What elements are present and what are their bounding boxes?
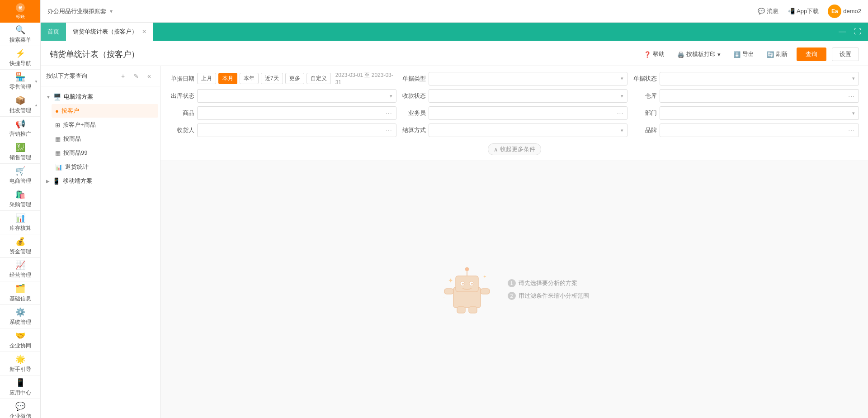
scheme-group-desktop: ▼ 🖥️ 电脑端方案 ● 按客户 ⊞ 按客户+商品 [41, 90, 160, 174]
robot-illustration: ✦ ✦ · [440, 262, 494, 317]
collapse-btn[interactable]: ∧ 收起更多条件 [488, 143, 541, 155]
tab-expand-btn[interactable]: ⛶ [852, 28, 863, 36]
consignee-input[interactable]: ··· [197, 124, 396, 137]
export-btn[interactable]: ⬇️ 导出 [730, 48, 758, 60]
salesperson-input[interactable]: ··· [429, 106, 628, 120]
brand-input[interactable]: ··· [660, 124, 859, 137]
logo-subtitle: 标账 [16, 14, 25, 20]
tab-close-btn[interactable]: ✕ [142, 28, 146, 35]
finance-icon: 💰 [15, 237, 25, 247]
user-profile-btn[interactable]: Ea demo2 [828, 5, 861, 18]
sidebar-item-sales[interactable]: 💹 销售管理 [0, 140, 40, 164]
ecommerce-icon: 🛒 [15, 166, 25, 176]
date-filter-field: 单据日期 上月 本月 本年 近7天 更多 自定义 2023-03-01 至 20… [170, 71, 396, 86]
sidebar-item-newbie[interactable]: 🌟 新手引导 [0, 352, 40, 375]
date-btn-7days[interactable]: 近7天 [261, 73, 283, 84]
tab-minimize-btn[interactable]: — [836, 28, 848, 36]
help-btn[interactable]: ❓ 帮助 [640, 48, 668, 60]
order-status-input[interactable]: ▾ [660, 72, 859, 86]
topbar-company-title: 办公用品行业模拟账套 [47, 7, 106, 15]
sidebar-search-label: 搜索菜单 [9, 36, 31, 44]
download-icon: 📲 [788, 8, 795, 14]
topbar-dropdown-arrow[interactable]: ▾ [110, 8, 113, 14]
scheme-item-customer-product[interactable]: ⊞ 按客户+商品 [52, 118, 158, 132]
sidebar-item-enterprise[interactable]: 🤝 企业协同 [0, 328, 40, 352]
receipt-status-arrow: ▾ [621, 93, 623, 99]
enterprise-icon: 🤝 [15, 331, 25, 341]
print-label: 按模板打印 [686, 50, 716, 58]
sidebar-item-wholesale[interactable]: 📦 批发管理 [0, 93, 40, 117]
consignee-field: 收货人 ··· [170, 124, 396, 137]
sidebar-item-system[interactable]: ⚙️ 系统管理 [0, 305, 40, 328]
sidebar-item-retail[interactable]: 🏪 零售管理 [0, 70, 40, 93]
department-input[interactable]: ▾ [660, 106, 859, 120]
main-area: 办公用品行业模拟账套 ▾ 💬 消息 📲 App下载 Ea demo2 首页 销货… [41, 0, 868, 418]
sidebar-item-search[interactable]: 🔍 搜索菜单 [0, 23, 40, 46]
sidebar-item-ecommerce[interactable]: 🛒 电商管理 [0, 164, 40, 187]
edit-icon: ✎ [133, 72, 139, 80]
sidebar-item-wechat[interactable]: 💬 企业微信 [0, 399, 40, 418]
order-status-label: 单据状态 [632, 75, 657, 83]
order-type-input[interactable]: ▾ [429, 72, 628, 86]
svg-rect-10 [444, 289, 453, 294]
sales-icon: 💹 [15, 142, 25, 152]
collapse-up-icon: ∧ [494, 146, 498, 153]
out-status-field: 出库状态 ▾ [170, 89, 396, 103]
scheme-item-by-product[interactable]: ▦ 按商品 [52, 132, 158, 146]
inventory-icon: 📊 [15, 213, 25, 223]
sidebar-item-appcenter[interactable]: 📱 应用中心 [0, 375, 40, 399]
scheme-group-mobile-header[interactable]: ▶ 📱 移动端方案 [41, 174, 160, 188]
empty-state: ✦ ✦ · 1 请先选择要分析的方案 2 用过滤条件来缩小分析范围 [160, 161, 868, 418]
settings-btn[interactable]: 设置 [832, 48, 859, 61]
print-icon: 🖨️ [677, 51, 684, 58]
export-label: 导出 [742, 50, 754, 58]
newbie-icon: 🌟 [15, 354, 25, 364]
out-status-input[interactable]: ▾ [197, 89, 396, 103]
date-btn-this-year[interactable]: 本年 [240, 73, 259, 84]
sidebar-item-inventory[interactable]: 📊 库存核算 [0, 211, 40, 234]
topbar-right: 💬 消息 📲 App下载 Ea demo2 [758, 5, 861, 18]
sidebar-item-basic[interactable]: 🗂️ 基础信息 [0, 281, 40, 305]
receipt-status-field: 收款状态 ▾ [401, 89, 628, 103]
sidebar-item-operations[interactable]: 📈 经营管理 [0, 258, 40, 281]
query-btn[interactable]: 查询 [797, 48, 826, 61]
sidebar-newbie-label: 新手引导 [9, 366, 31, 373]
sidebar-wechat-label: 企业微信 [9, 413, 31, 418]
tab-stats[interactable]: 销货单统计表（按客户） ✕ [66, 23, 153, 41]
tab-home[interactable]: 首页 [41, 23, 66, 41]
date-btn-more[interactable]: 更多 [285, 73, 304, 84]
message-btn[interactable]: 💬 消息 [758, 7, 778, 15]
sidebar-item-finance[interactable]: 💰 资金管理 [0, 234, 40, 258]
refresh-btn[interactable]: 🔄 刷新 [763, 48, 791, 60]
brand-label: 品牌 [632, 126, 657, 134]
app-download-btn[interactable]: 📲 App下载 [788, 7, 819, 15]
scheme-group-desktop-header[interactable]: ▼ 🖥️ 电脑端方案 [41, 90, 160, 104]
scheme-item-return-stats[interactable]: 📊 退货统计 [52, 160, 158, 174]
svg-text:·: · [443, 295, 444, 299]
scheme-edit-btn[interactable]: ✎ [131, 71, 142, 81]
sidebar-item-marketing[interactable]: 📢 营销推广 [0, 117, 40, 140]
date-btn-custom[interactable]: 自定义 [307, 73, 331, 84]
scheme-item-by-customer[interactable]: ● 按客户 [52, 104, 158, 118]
sidebar-item-purchase[interactable]: 🛍️ 采购管理 [0, 187, 40, 211]
scheme-item-by-product-99[interactable]: ▦ 按商品99 [52, 146, 158, 160]
order-status-arrow: ▾ [852, 76, 855, 81]
search-icon: 🔍 [15, 25, 25, 35]
export-icon: ⬇️ [733, 51, 741, 58]
scheme-collapse-btn[interactable]: « [144, 71, 155, 81]
receipt-status-input[interactable]: ▾ [429, 89, 628, 103]
date-btn-this-month[interactable]: 本月 [218, 73, 237, 84]
app-logo: 畅 标账 [0, 0, 40, 23]
warehouse-input[interactable]: ··· [660, 89, 859, 103]
svg-point-9 [465, 267, 469, 271]
sidebar-item-quicknav[interactable]: ⚡ 快捷导航 [0, 46, 40, 70]
by-product-icon: ▦ [55, 136, 61, 142]
print-btn[interactable]: 🖨️ 按模板打印 ▾ [674, 48, 724, 60]
date-btn-last-month[interactable]: 上月 [197, 73, 216, 84]
svg-text:✦: ✦ [483, 274, 486, 279]
right-content: 单据日期 上月 本月 本年 近7天 更多 自定义 2023-03-01 至 20… [160, 66, 868, 418]
content-body: 按以下方案查询 + ✎ « [41, 66, 868, 418]
product-input[interactable]: ··· [197, 106, 396, 120]
scheme-add-btn[interactable]: + [118, 71, 128, 81]
settlement-input[interactable]: ▾ [429, 124, 628, 137]
